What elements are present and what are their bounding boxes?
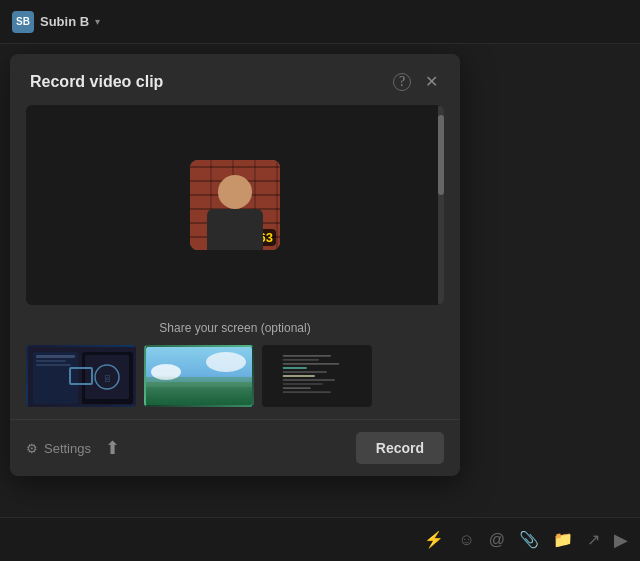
svg-rect-3 xyxy=(36,355,75,358)
help-button[interactable]: ? xyxy=(391,71,413,93)
thumb-3-svg xyxy=(268,351,372,401)
attach-icon[interactable]: 📎 xyxy=(519,530,539,549)
thumb-2-svg xyxy=(146,347,254,407)
person-silhouette xyxy=(200,175,270,250)
scroll-thumb xyxy=(438,115,444,195)
person-head xyxy=(218,175,252,209)
main-layout: Record video clip ? ✕ xyxy=(0,44,640,517)
close-icon: ✕ xyxy=(425,72,438,91)
chevron-down-icon: ▾ xyxy=(95,16,100,27)
modal-header-actions: ? ✕ xyxy=(391,70,440,93)
help-icon: ? xyxy=(393,73,411,91)
top-bar: SB Subin B ▾ xyxy=(0,0,640,44)
modal-header: Record video clip ? ✕ xyxy=(10,54,460,105)
footer-left: ⚙ Settings ⬆ xyxy=(26,437,120,459)
record-button[interactable]: Record xyxy=(356,432,444,464)
svg-rect-5 xyxy=(36,364,71,366)
settings-label: Settings xyxy=(44,441,91,456)
svg-rect-15 xyxy=(283,355,331,357)
scroll-indicator[interactable] xyxy=(438,105,444,305)
svg-rect-21 xyxy=(283,379,335,381)
svg-point-13 xyxy=(206,352,246,372)
svg-rect-11 xyxy=(146,377,254,387)
settings-button[interactable]: ⚙ Settings xyxy=(26,441,91,456)
modal-backdrop: Record video clip ? ✕ xyxy=(0,44,640,517)
lightning-icon[interactable]: ⚡ xyxy=(424,530,444,549)
emoji-icon[interactable]: ☺ xyxy=(458,531,474,549)
bottom-toolbar: ⚡ ☺ @ 📎 📁 ↗ ▶ xyxy=(0,517,640,561)
thumb-1-svg: ⌻ xyxy=(28,347,136,407)
modal-footer: ⚙ Settings ⬆ Record xyxy=(10,419,460,476)
record-video-modal: Record video clip ? ✕ xyxy=(10,54,460,476)
folder-icon[interactable]: 📁 xyxy=(553,530,573,549)
screen-thumbnail-2[interactable] xyxy=(144,345,254,407)
avatar: SB xyxy=(12,11,34,33)
svg-rect-16 xyxy=(283,359,319,361)
person-avatar: ⚡ 63 xyxy=(190,160,280,250)
svg-rect-26 xyxy=(283,375,315,377)
username: Subin B xyxy=(40,14,89,29)
svg-rect-22 xyxy=(283,383,323,385)
svg-rect-19 xyxy=(283,371,327,373)
user-info[interactable]: SB Subin B ▾ xyxy=(12,11,100,33)
person-body xyxy=(207,209,263,250)
send-button[interactable]: ▶ xyxy=(614,529,628,551)
svg-point-12 xyxy=(151,364,181,380)
camera-preview-area: ⚡ 63 xyxy=(26,105,444,305)
screen-share-label: Share your screen (optional) xyxy=(26,321,444,335)
screen-thumbnail-3[interactable] xyxy=(262,345,372,407)
svg-rect-10 xyxy=(146,382,254,407)
svg-text:⌻: ⌻ xyxy=(105,374,110,383)
svg-rect-17 xyxy=(283,363,339,365)
svg-rect-4 xyxy=(36,360,66,362)
screen-thumbnails: ⌻ xyxy=(26,345,444,407)
modal-title: Record video clip xyxy=(30,73,163,91)
upload-icon: ⬆ xyxy=(105,437,120,459)
svg-rect-1 xyxy=(33,352,78,404)
close-button[interactable]: ✕ xyxy=(423,70,440,93)
svg-rect-25 xyxy=(283,367,307,369)
upload-button[interactable]: ⬆ xyxy=(105,437,120,459)
camera-feed: ⚡ 63 xyxy=(190,160,280,250)
screen-thumbnail-1[interactable]: ⌻ xyxy=(26,345,136,407)
bolt-icon[interactable]: ↗ xyxy=(587,530,600,549)
screen-share-section: Share your screen (optional) ⌻ xyxy=(10,305,460,415)
send-icon: ▶ xyxy=(614,530,628,550)
svg-rect-23 xyxy=(283,387,311,389)
settings-icon: ⚙ xyxy=(26,441,38,456)
mention-icon[interactable]: @ xyxy=(489,531,505,549)
svg-rect-24 xyxy=(283,391,331,393)
